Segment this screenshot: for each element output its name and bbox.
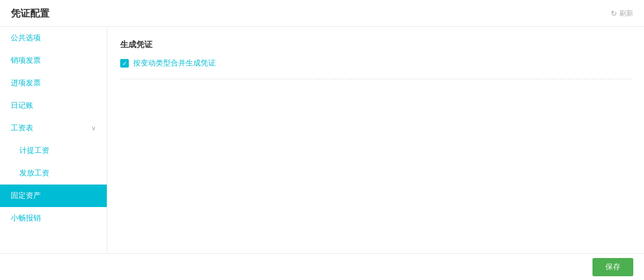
sidebar-item-pay-wage[interactable]: 发放工资 xyxy=(0,162,107,185)
content-area: 生成凭证 ✓ 按变动类型合并生成凭证 xyxy=(107,27,644,253)
sidebar-item-label: 销项发票 xyxy=(11,56,41,65)
refresh-label: 刷新 xyxy=(619,9,633,18)
refresh-icon: ↻ xyxy=(611,9,617,18)
sidebar-item-label: 计提工资 xyxy=(19,146,49,156)
sidebar: 公共选项 销项发票 进项发票 日记账 工资表 ∨ 计提工资 发放工资 固定资产 … xyxy=(0,27,107,253)
section-title: 生成凭证 xyxy=(120,40,631,50)
sidebar-item-label: 进项发票 xyxy=(11,78,41,88)
sidebar-item-label: 小畅报销 xyxy=(11,213,41,223)
sidebar-item-fixed-assets[interactable]: 固定资产 xyxy=(0,185,107,207)
sidebar-item-public-options[interactable]: 公共选项 xyxy=(0,27,107,49)
checkmark-icon: ✓ xyxy=(122,61,127,67)
sidebar-item-payroll-table[interactable]: 工资表 ∨ xyxy=(0,117,107,139)
sidebar-item-label: 工资表 xyxy=(11,123,33,133)
page-title: 凭证配置 xyxy=(11,7,49,20)
sidebar-item-label: 日记账 xyxy=(11,101,33,110)
sidebar-item-purchase-invoice[interactable]: 进项发票 xyxy=(0,72,107,94)
save-button[interactable]: 保存 xyxy=(592,258,633,276)
main-layout: 公共选项 销项发票 进项发票 日记账 工资表 ∨ 计提工资 发放工资 固定资产 … xyxy=(0,27,644,253)
sidebar-item-label: 固定资产 xyxy=(11,191,41,201)
sidebar-item-journal[interactable]: 日记账 xyxy=(0,94,107,117)
section-divider xyxy=(120,79,631,79)
merge-checkbox[interactable]: ✓ xyxy=(120,59,129,68)
sidebar-item-accrual-wage[interactable]: 计提工资 xyxy=(0,139,107,162)
checkbox-label: 按变动类型合并生成凭证 xyxy=(133,58,216,68)
checkbox-row: ✓ 按变动类型合并生成凭证 xyxy=(120,58,631,68)
sidebar-item-label: 发放工资 xyxy=(19,168,49,178)
sidebar-item-expense-report[interactable]: 小畅报销 xyxy=(0,207,107,230)
footer: 保存 xyxy=(0,253,644,280)
sidebar-item-sales-invoice[interactable]: 销项发票 xyxy=(0,49,107,72)
header: 凭证配置 ↻ 刷新 xyxy=(0,0,644,27)
refresh-button[interactable]: ↻ 刷新 xyxy=(611,9,633,18)
sidebar-item-label: 公共选项 xyxy=(11,33,41,43)
chevron-down-icon: ∨ xyxy=(91,124,96,132)
